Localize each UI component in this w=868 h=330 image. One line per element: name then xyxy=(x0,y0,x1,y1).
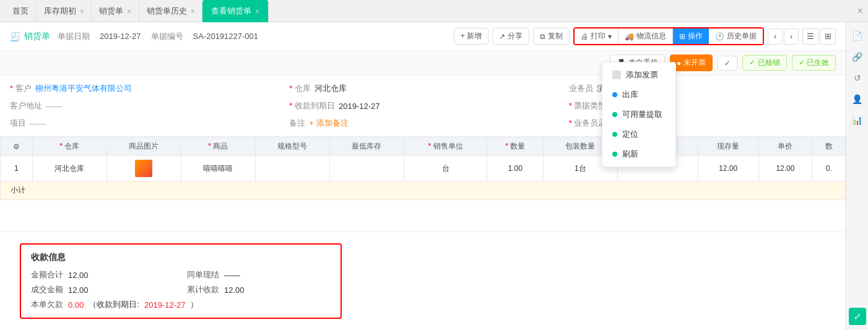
already-verified-button[interactable]: ✓ 已核销 xyxy=(742,55,786,71)
tab-sales-close[interactable]: × xyxy=(127,7,131,15)
table-row: 1 河北仓库 嘻嘻嘻嘻 台 1.00 1台 12.00 12.00 xyxy=(1,156,846,181)
due-date-value: 2019-12-27 xyxy=(144,300,186,310)
tab-sales-history[interactable]: 销货单历史 × xyxy=(139,0,202,22)
total-amount-row: 金额合计 12.00 xyxy=(31,269,175,280)
available-qty-dot xyxy=(612,112,617,117)
tab-sales-history-close[interactable]: × xyxy=(191,7,194,15)
project-label: 项目 xyxy=(10,118,26,129)
outbound-dot xyxy=(612,92,617,97)
row-spec xyxy=(255,156,329,181)
dropdown-locate[interactable]: 定位 xyxy=(602,124,675,144)
list-view-button[interactable]: ☰ xyxy=(802,28,818,45)
products-table: ⚙ 仓库 商品图片 商品 规格型号 最低库存 销售单位 数量 包装数量 可用量 … xyxy=(0,137,846,200)
sidebar-doc-icon[interactable]: 📄 xyxy=(849,27,866,45)
print-icon: 🖨 xyxy=(581,32,588,41)
doc-title-text: 销货单 xyxy=(24,31,50,42)
transaction-amount-label: 成交金额 xyxy=(31,284,63,295)
subtotal-row: 小计 xyxy=(1,181,846,200)
payment-info-title: 收款信息 xyxy=(31,252,331,263)
cumulative-payment-value: 12.00 xyxy=(224,285,245,295)
toolbar-row: 📱 来自手机 ● 未开票 ✓ ✓ 已核销 ✓ 已生效 xyxy=(0,51,846,76)
prev-arrow[interactable]: ‹ xyxy=(768,28,783,45)
sidebar-return-icon[interactable]: ↺ xyxy=(849,69,866,87)
add-note-button[interactable]: + 添加备注 xyxy=(309,118,348,129)
dropdown-outbound[interactable]: 出库 xyxy=(602,85,675,105)
project-value: —— xyxy=(30,119,46,128)
tab-sales[interactable]: 销货单 × xyxy=(92,0,139,22)
col-spec: 规格型号 xyxy=(255,137,329,156)
sidebar-expand-icon[interactable]: ⤢ xyxy=(849,308,866,325)
sidebar-chart-icon[interactable]: 📊 xyxy=(849,111,866,129)
tab-inventory-close[interactable]: × xyxy=(80,7,84,15)
row-sales-unit: 台 xyxy=(404,156,487,181)
close-all-button[interactable]: × xyxy=(857,6,863,17)
sidebar-link-icon[interactable]: 🔗 xyxy=(849,48,866,66)
print-button[interactable]: 🖨 打印 ▾ xyxy=(575,28,618,44)
new-button[interactable]: + 新增 xyxy=(454,28,488,45)
row-current-stock: 12.00 xyxy=(698,156,758,181)
col-product: 商品 xyxy=(181,137,255,156)
customer-address-field: 客户地址 —— xyxy=(10,100,277,111)
truck-icon: 🚚 xyxy=(625,32,634,41)
tab-view-sales-close[interactable]: × xyxy=(255,7,259,15)
staff2-label: 业务员孟 xyxy=(569,118,607,129)
col-min-stock: 最低库存 xyxy=(329,137,404,156)
already-effective-button[interactable]: ✓ 已生效 xyxy=(792,55,836,71)
bottom-section: 收款信息 金额合计 12.00 同单现结 —— 成交金额 12.00 xyxy=(0,232,846,330)
right-sidebar: 📄 🔗 ↺ 👤 📊 ⤢ xyxy=(846,22,868,330)
payment-info-grid: 金额合计 12.00 同单现结 —— 成交金额 12.00 累计收款 12.00 xyxy=(31,269,331,310)
transaction-amount-value: 12.00 xyxy=(68,285,89,295)
tab-view-sales[interactable]: 查看销货单 × xyxy=(202,0,268,22)
next-arrow[interactable]: › xyxy=(784,28,799,45)
doc-meta: 单据日期 2019-12-27 单据编号 SA-20191227-001 xyxy=(58,31,258,42)
due-note: （收款到期日: xyxy=(89,299,139,310)
col-quantity: 数量 xyxy=(487,137,543,156)
view-toggle: ☰ ⊞ xyxy=(802,28,836,45)
col-settings: ⚙ xyxy=(1,137,33,156)
nav-arrows: ‹ › xyxy=(768,28,799,45)
number-value: SA-20191227-001 xyxy=(193,32,259,41)
row-warehouse: 河北仓库 xyxy=(32,156,106,181)
sidebar-user-icon[interactable]: 👤 xyxy=(849,90,866,108)
number-label: 单据编号 xyxy=(151,31,183,42)
form-area: 客户 柳州粤港平安气体有限公司 仓库 河北仓库 业务员 演示账号 客户地址 ——… xyxy=(0,76,846,137)
share-button[interactable]: ↗ 分享 xyxy=(492,28,529,45)
customer-address-value: —— xyxy=(46,102,62,111)
note-label: 备注 xyxy=(289,118,305,129)
doc-title: 🧾 销货单 xyxy=(10,31,50,42)
same-order-label: 同单现结 xyxy=(187,269,219,280)
operations-button[interactable]: ⊞ 操作 xyxy=(673,28,709,44)
tab-inventory[interactable]: 库存期初 × xyxy=(37,0,92,22)
customer-field: 客户 柳州粤港平安气体有限公司 xyxy=(10,83,277,94)
date-label: 单据日期 xyxy=(58,31,90,42)
copy-button[interactable]: ⧉ 复制 xyxy=(533,28,570,45)
transaction-amount-row: 成交金额 12.00 xyxy=(31,284,175,295)
same-order-value: —— xyxy=(224,271,240,280)
print-operations-group: 🖨 打印 ▾ 🚚 物流信息 ⊞ 操作 🕐 历史单据 xyxy=(573,27,764,45)
dropdown-available-qty[interactable]: 可用量提取 xyxy=(602,105,675,124)
copy-icon: ⧉ xyxy=(540,32,545,41)
dropdown-refresh[interactable]: 刷新 xyxy=(602,144,675,164)
ticket-type-label: 票据类型 xyxy=(569,100,607,111)
row-product-img xyxy=(106,156,181,181)
logistics-button[interactable]: 🚚 物流信息 xyxy=(618,28,673,44)
col-current-stock: 现存量 xyxy=(698,137,758,156)
current-due-label: 本单欠款 xyxy=(31,299,63,310)
row-min-stock xyxy=(329,156,404,181)
table-container: ⚙ 仓库 商品图片 商品 规格型号 最低库存 销售单位 数量 包装数量 可用量 … xyxy=(0,137,846,232)
same-order-row: 同单现结 —— xyxy=(187,269,331,280)
customer-label: 客户 xyxy=(10,83,32,94)
row-quantity: 1.00 xyxy=(487,156,543,181)
grid-view-button[interactable]: ⊞ xyxy=(820,28,836,45)
customer-value[interactable]: 柳州粤港平安气体有限公司 xyxy=(35,83,132,94)
dropdown-add-invoice[interactable]: 添加发票 xyxy=(602,65,675,85)
invoice-icon xyxy=(612,71,621,79)
not-open-button[interactable]: ● 未开票 xyxy=(670,54,713,71)
current-due-row: 本单欠款 0.00 （收款到期日: 2019-12-27 ） xyxy=(31,299,331,310)
history-button[interactable]: 🕐 历史单据 xyxy=(709,28,763,44)
tab-home[interactable]: 首页 xyxy=(5,0,37,22)
payment-date-value: 2019-12-27 xyxy=(339,102,380,111)
settings-icon[interactable]: ⚙ xyxy=(13,142,20,151)
ticket-icon: ● xyxy=(677,59,681,67)
check-button[interactable]: ✓ xyxy=(718,56,737,71)
